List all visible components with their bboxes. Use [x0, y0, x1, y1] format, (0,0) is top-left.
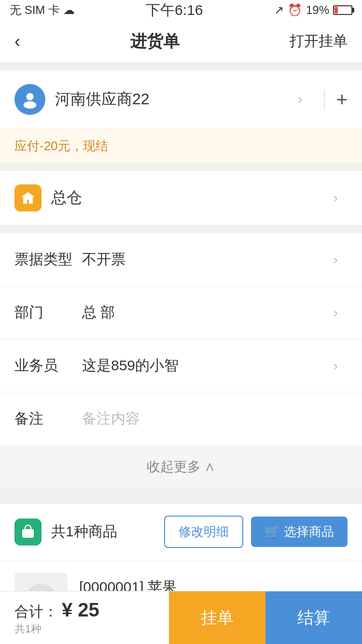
back-button[interactable]: ‹: [14, 31, 20, 52]
svg-point-0: [26, 93, 33, 100]
salesperson-value: 这是859的小智: [82, 356, 334, 376]
invoice-type-value: 不开票: [82, 250, 334, 269]
nav-bar: ‹ 进货单 打开挂单: [0, 20, 362, 63]
location-icon: ↗: [274, 3, 284, 17]
open-pending-button[interactable]: 打开挂单: [290, 31, 348, 51]
svg-rect-2: [22, 529, 34, 538]
bottom-bar: 合计： ¥ 25 共1种 挂单 结算: [0, 591, 362, 644]
total-text: 合计：: [14, 602, 58, 622]
chevron-right-icon: ›: [334, 190, 338, 206]
warehouse-row[interactable]: 总仓 ›: [0, 171, 362, 225]
supplier-alert: 应付-20元，现结: [0, 129, 362, 163]
chevron-right-icon: ›: [334, 305, 338, 321]
divider: [324, 90, 325, 109]
total-label: 合计： ¥ 25: [14, 599, 154, 622]
salesperson-label: 业务员: [14, 356, 82, 376]
svg-point-1: [24, 101, 37, 109]
warehouse-name: 总仓: [51, 187, 334, 209]
cart-icon: 🛒: [265, 524, 280, 539]
battery-percent: 19%: [306, 3, 329, 17]
select-label: 选择商品: [284, 523, 334, 540]
products-icon: [14, 518, 42, 546]
bag-icon: [20, 524, 36, 540]
alarm-icon: ⏰: [288, 3, 302, 17]
total-section: 合计： ¥ 25 共1种: [0, 591, 169, 644]
home-icon: [20, 190, 36, 206]
supplier-avatar: [14, 84, 45, 115]
products-count: 共1种商品: [51, 522, 164, 542]
department-label: 部门: [14, 303, 82, 322]
total-amount: ¥ 25: [62, 599, 99, 621]
supplier-section: 河南供应商22 › + 应付-20元，现结: [0, 70, 362, 163]
user-icon: [21, 90, 39, 109]
remark-row[interactable]: 备注 备注内容: [0, 392, 362, 445]
status-bar: 无 SIM 卡 ☁ 下午6:16 ↗ ⏰ 19%: [0, 0, 362, 20]
status-time: 下午6:16: [146, 0, 203, 20]
invoice-type-row[interactable]: 票据类型 不开票 ›: [0, 233, 362, 286]
total-sub: 共1种: [14, 622, 154, 636]
chevron-right-icon: ›: [334, 358, 338, 374]
salesperson-row[interactable]: 业务员 这是859的小智 ›: [0, 339, 362, 392]
supplier-row[interactable]: 河南供应商22 › +: [0, 70, 362, 129]
hang-button[interactable]: 挂单: [169, 591, 265, 644]
warehouse-section: 总仓 ›: [0, 171, 362, 225]
department-value: 总 部: [82, 303, 334, 322]
status-right: ↗ ⏰ 19%: [274, 3, 352, 17]
collapse-row[interactable]: 收起更多 ∧: [0, 445, 362, 489]
form-section: 票据类型 不开票 › 部门 总 部 › 业务员 这是859的小智 › 备注 备注…: [0, 233, 362, 445]
remark-value: 备注内容: [82, 409, 348, 429]
edit-detail-button[interactable]: 修改明细: [164, 516, 243, 548]
checkout-button[interactable]: 结算: [265, 591, 362, 644]
department-row[interactable]: 部门 总 部 ›: [0, 286, 362, 339]
supplier-name: 河南供应商22: [55, 89, 298, 110]
battery-icon: [333, 5, 352, 15]
chevron-right-icon: ›: [298, 92, 302, 107]
select-product-button[interactable]: 🛒 选择商品: [251, 517, 348, 547]
invoice-type-label: 票据类型: [14, 250, 82, 269]
status-left: 无 SIM 卡 ☁: [10, 2, 75, 18]
sim-status: 无 SIM 卡 ☁: [10, 2, 75, 18]
remark-label: 备注: [14, 409, 82, 429]
add-supplier-button[interactable]: +: [336, 89, 348, 111]
chevron-right-icon: ›: [334, 252, 338, 267]
warehouse-icon: [14, 184, 42, 211]
products-header: 共1种商品 修改明细 🛒 选择商品: [0, 496, 362, 560]
page-title: 进货单: [130, 30, 180, 53]
